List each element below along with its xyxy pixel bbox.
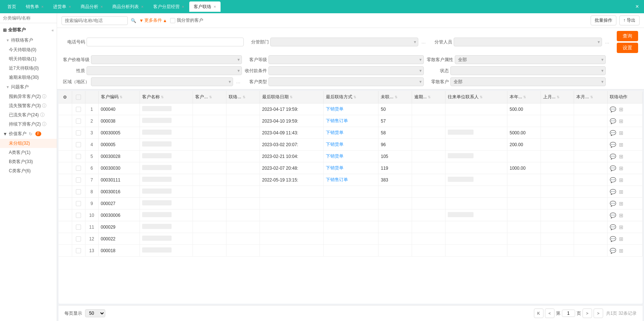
action-grid-icon[interactable]: ⊞ <box>619 130 623 136</box>
nav-product-analysis[interactable]: 商品分析 × <box>76 1 107 12</box>
action-grid-icon[interactable]: ⊞ <box>619 248 623 254</box>
col-settings[interactable]: ⚙ <box>59 91 72 103</box>
sidebar-item-overdue-contact[interactable]: 逾期未联络(30) <box>0 73 57 82</box>
filter-dept-select[interactable] <box>270 38 419 46</box>
action-chat-icon[interactable]: 💬 <box>610 142 616 148</box>
nav-sales[interactable]: 销售单 × <box>21 1 48 12</box>
sidebar-item-churn-warn[interactable]: 流失预警客户(3) ⓘ <box>0 101 57 110</box>
refresh-icon[interactable]: ↻ <box>29 131 32 137</box>
nav-customer-contact[interactable]: 客户联络 × <box>189 1 220 12</box>
action-chat-icon[interactable]: 💬 <box>610 118 616 124</box>
action-grid-icon[interactable]: ⊞ <box>619 224 623 230</box>
sidebar-item-7day-contact[interactable]: 近7天待联络(0) <box>0 64 57 73</box>
sidebar-item-today-contact[interactable]: 今天待联络(0) <box>0 45 57 54</box>
nav-purchase[interactable]: 进货单 × <box>49 1 75 12</box>
row-checkbox[interactable] <box>76 119 81 124</box>
action-chat-icon[interactable]: 💬 <box>610 154 616 159</box>
sidebar-all-customers[interactable]: ⊞ 全部客户 « <box>0 25 57 35</box>
col-last-contact-date[interactable]: 最后联络日期 ⇅ <box>260 91 323 103</box>
action-chat-icon[interactable]: 💬 <box>610 106 616 112</box>
current-page-input[interactable] <box>562 310 575 317</box>
nav-purchase-close[interactable]: × <box>68 4 71 9</box>
filter-status-select[interactable] <box>450 66 606 75</box>
row-checkbox[interactable] <box>76 213 81 218</box>
action-chat-icon[interactable]: 💬 <box>610 189 616 195</box>
col-last-month[interactable]: 上月... ⇅ <box>541 91 574 103</box>
sidebar-search-input[interactable] <box>3 15 57 21</box>
row-checkbox[interactable] <box>76 154 81 159</box>
row-checkbox[interactable] <box>76 189 81 194</box>
filter-customer-type-select[interactable] <box>268 77 424 86</box>
filter-person-dots[interactable]: … <box>603 39 611 45</box>
table-link[interactable]: 下销售订单 <box>326 118 348 123</box>
nav-product-list-close[interactable]: × <box>141 4 143 9</box>
filter-phone-input[interactable] <box>87 38 244 46</box>
sidebar-item-hoarding[interactable]: 囤购异常客户(2) ⓘ <box>0 92 57 101</box>
col-last-contact-method[interactable]: 最后联络方式 ⇅ <box>323 91 379 103</box>
filter-dept-dots[interactable]: … <box>420 39 427 45</box>
next-page-button[interactable]: > <box>583 308 592 318</box>
table-link[interactable]: 下销货单 <box>326 106 344 112</box>
first-page-button[interactable]: K <box>534 308 543 318</box>
sidebar-item-c-class[interactable]: C类客户(6) <box>0 166 57 176</box>
sidebar-item-ungroup[interactable]: 未分组(32) <box>0 139 57 148</box>
nav-product-analysis-close[interactable]: × <box>101 4 103 9</box>
batch-ops-button[interactable]: 批量操作 <box>591 15 616 25</box>
collapse-icon[interactable]: « <box>52 28 54 32</box>
more-conditions-btn[interactable]: ▼ 更多条件 ▲ <box>139 17 167 24</box>
pending-contact-group[interactable]: ▼ 待联络客户 <box>0 35 57 45</box>
filter-person-select[interactable] <box>454 38 602 46</box>
table-link[interactable]: 下销货单 <box>326 130 344 135</box>
action-chat-icon[interactable]: 💬 <box>610 177 616 183</box>
sidebar-item-b-class[interactable]: B类客户(33) <box>0 157 57 166</box>
sidebar-item-a-class[interactable]: A类客户(1) <box>0 148 57 157</box>
main-search-icon[interactable]: 🔍 <box>131 18 136 23</box>
col-company-contact[interactable]: 往来单位联系人 ⇅ <box>445 91 507 103</box>
settings-icon[interactable]: ⚙ <box>63 95 67 100</box>
main-search-input[interactable] <box>61 16 128 25</box>
table-link[interactable]: 下销货单 <box>326 165 344 170</box>
filter-nature-select[interactable] <box>87 66 242 75</box>
action-grid-icon[interactable]: ⊞ <box>619 201 623 207</box>
window-close-icon[interactable]: × <box>633 3 641 10</box>
col-name[interactable]: 客户名称 ⇅ <box>140 91 193 103</box>
filter-price-level-select[interactable] <box>91 55 242 64</box>
last-page-button[interactable]: > <box>594 308 603 318</box>
action-chat-icon[interactable]: 💬 <box>610 224 616 230</box>
col-this-month[interactable]: 本月... ⇅ <box>574 91 608 103</box>
nav-customer-contact-close[interactable]: × <box>214 4 216 9</box>
action-grid-icon[interactable]: ⊞ <box>619 154 623 159</box>
col-contact[interactable]: 联络... ⇅ <box>226 91 260 103</box>
filter-retail-attr-select[interactable]: 全部 <box>455 55 606 64</box>
nav-sales-close[interactable]: × <box>41 4 43 9</box>
nav-home[interactable]: 首页 <box>3 1 21 12</box>
col-this-year[interactable]: 本年... ⇅ <box>507 91 541 103</box>
action-grid-icon[interactable]: ⊞ <box>619 165 623 171</box>
row-checkbox[interactable] <box>76 236 81 241</box>
col-type[interactable]: 客户... ⇅ <box>193 91 226 103</box>
export-button[interactable]: ↑ 导出 <box>619 15 640 25</box>
row-checkbox[interactable] <box>76 177 81 183</box>
action-grid-icon[interactable]: ⊞ <box>619 189 623 195</box>
table-link[interactable]: 下销售订单 <box>326 177 348 182</box>
filter-region-dots[interactable]: … <box>235 79 242 84</box>
action-grid-icon[interactable]: ⊞ <box>619 118 623 124</box>
action-chat-icon[interactable]: 💬 <box>610 165 616 171</box>
action-chat-icon[interactable]: 💬 <box>610 212 616 218</box>
action-grid-icon[interactable]: ⊞ <box>619 106 623 112</box>
action-grid-icon[interactable]: ⊞ <box>619 236 623 242</box>
col-code[interactable]: 客户编码 ⇅ <box>98 91 140 103</box>
sidebar-item-churned[interactable]: 已流失客户(24) ⓘ <box>0 110 57 120</box>
row-checkbox[interactable] <box>76 225 81 230</box>
nav-customer-segment-close[interactable]: × <box>182 4 184 9</box>
select-all-checkbox[interactable] <box>76 95 81 100</box>
row-checkbox[interactable] <box>76 130 81 135</box>
sidebar-item-declining[interactable]: 持续下滑客户(2) ⓘ <box>0 120 57 129</box>
table-link[interactable]: 下销货单 <box>326 154 344 159</box>
action-chat-icon[interactable]: 💬 <box>610 130 616 136</box>
value-customers-group[interactable]: ▼ 价值客户 ↻ F <box>0 129 57 139</box>
action-chat-icon[interactable]: 💬 <box>610 236 616 242</box>
col-overdue[interactable]: 逾期... ⇅ <box>412 91 445 103</box>
reset-button[interactable]: 设置 <box>617 43 638 53</box>
row-checkbox[interactable] <box>76 248 81 253</box>
